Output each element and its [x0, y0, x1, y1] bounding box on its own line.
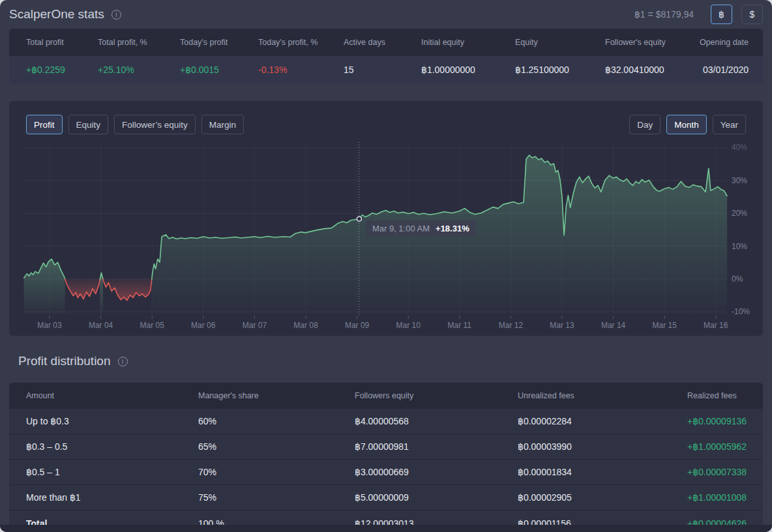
svg-text:Mar 12: Mar 12: [499, 321, 524, 330]
cell-share: 65%: [198, 441, 355, 452]
svg-text:Mar 10: Mar 10: [396, 321, 421, 330]
chart-panel: Profit Equity Follower’s equity Margin D…: [9, 101, 763, 336]
column-header: Manager's share: [198, 391, 355, 400]
column-header: Amount: [26, 391, 198, 400]
stat-label: Initial equity: [421, 38, 515, 47]
distribution-title-row: Profit distribution: [9, 347, 763, 376]
cell-share: 75%: [198, 492, 355, 503]
svg-text:Mar 06: Mar 06: [191, 321, 216, 330]
cell-amount: ฿0.3 – 0.5: [26, 441, 198, 452]
svg-text:Mar 09: Mar 09: [345, 321, 370, 330]
top-bar: ScalperOne stats ฿1 = $8179,94 ฿ $: [0, 0, 772, 29]
cell-followers: ฿3.00000669: [355, 467, 518, 477]
period-day-button[interactable]: Day: [629, 115, 661, 134]
cell-unrealized: ฿0.00002284: [518, 416, 687, 426]
stats-panel: Total profit Total profit, % Today's pro…: [9, 29, 763, 83]
period-year-button[interactable]: Year: [713, 115, 746, 134]
distribution-title-text: Profit distribution: [18, 354, 111, 368]
cell-realized: +฿1.00005962: [687, 441, 749, 452]
column-header: Unrealized fees: [518, 391, 687, 400]
cell-amount: Up to ฿0.3: [26, 416, 198, 426]
tab-profit[interactable]: Profit: [26, 115, 63, 134]
topbar-right: ฿1 = $8179,94 ฿ $: [634, 5, 763, 24]
cell-realized: +฿1.00001008: [687, 492, 749, 503]
cell-followers: ฿4.00000568: [355, 416, 518, 426]
tab-margin[interactable]: Margin: [201, 115, 244, 134]
cell-realized: +฿0.00007338: [687, 467, 749, 477]
currency-btc-button[interactable]: ฿: [711, 5, 732, 24]
stat-value-total-profit: +฿0.2259: [26, 65, 98, 75]
stat-value-total-profit-pct: +25.10%: [98, 65, 180, 75]
svg-text:Mar 11: Mar 11: [448, 321, 472, 330]
cell-unrealized: ฿0.00001834: [518, 467, 687, 477]
exchange-rate-label: ฿1 = $8179,94: [634, 9, 694, 20]
distribution-header-row: Amount Manager's share Followers equity …: [9, 383, 763, 409]
period-month-button[interactable]: Month: [666, 115, 707, 134]
cell-followers: ฿5.00000009: [355, 492, 518, 503]
stat-label: Today's profit: [180, 38, 258, 47]
stat-label: Opening date: [695, 38, 749, 47]
svg-text:40%: 40%: [732, 143, 747, 152]
stat-value-today-profit: +฿0.0015: [180, 65, 258, 75]
next-section-edge: [0, 525, 772, 532]
svg-text:Mar 03: Mar 03: [37, 321, 62, 330]
table-row: More than ฿1 75% ฿5.00000009 ฿0.00002905…: [9, 485, 763, 510]
cell-amount: ฿0.5 – 1: [26, 467, 198, 477]
distribution-table: Amount Manager's share Followers equity …: [9, 383, 763, 532]
svg-text:Mar 04: Mar 04: [89, 321, 113, 330]
stats-values-row: +฿0.2259 +25.10% +฿0.0015 -0.13% 15 ฿1.0…: [9, 56, 763, 83]
table-row: Up to ฿0.3 60% ฿4.00000568 ฿0.00002284 +…: [9, 409, 763, 434]
tab-equity[interactable]: Equity: [68, 115, 109, 134]
column-header: Realized fees: [687, 391, 749, 400]
stat-value-opening-date: 03/01/2020: [695, 65, 749, 75]
svg-text:Mar 05: Mar 05: [140, 321, 165, 330]
stat-value-followers-equity: ฿32.00410000: [605, 65, 695, 75]
page-title-text: ScalperOne stats: [9, 7, 104, 22]
stat-label: Today's profit, %: [258, 38, 344, 47]
svg-text:Mar 13: Mar 13: [550, 321, 574, 330]
svg-text:Mar 08: Mar 08: [293, 321, 318, 330]
table-row: ฿0.3 – 0.5 65% ฿7.00000981 ฿0.00003990 +…: [9, 434, 763, 460]
stat-value-initial-equity: ฿1.00000000: [421, 65, 515, 75]
cell-share: 60%: [198, 416, 355, 426]
profit-chart-svg[interactable]: 40%30%20%10%0%-10%Mar 03Mar 04Mar 05Mar …: [9, 137, 763, 332]
cell-unrealized: ฿0.00002905: [518, 492, 687, 503]
cell-share: 70%: [198, 467, 355, 477]
column-header: Followers equity: [355, 391, 518, 400]
cell-unrealized: ฿0.00003990: [518, 441, 687, 452]
stat-label: Equity: [515, 38, 605, 47]
stat-label: Active days: [344, 38, 421, 47]
svg-text:10%: 10%: [732, 242, 747, 251]
chart-toolbar: Profit Equity Follower’s equity Margin D…: [9, 101, 763, 134]
chart-metric-tabs: Profit Equity Follower’s equity Margin: [26, 115, 244, 134]
trader-stats-page: ScalperOne stats ฿1 = $8179,94 ฿ $ Total…: [0, 0, 772, 532]
cell-followers: ฿7.00000981: [355, 441, 518, 452]
stat-value-active-days: 15: [344, 65, 421, 75]
stat-label: Total profit: [26, 38, 98, 47]
table-row: ฿0.5 – 1 70% ฿3.00000669 ฿0.00001834 +฿0…: [9, 460, 763, 485]
info-icon[interactable]: [111, 10, 121, 20]
svg-text:Mar 14: Mar 14: [601, 321, 626, 330]
svg-text:30%: 30%: [732, 176, 747, 185]
tab-followers-equity[interactable]: Follower’s equity: [114, 115, 196, 134]
currency-usd-button[interactable]: $: [741, 5, 763, 24]
svg-text:0%: 0%: [732, 274, 743, 284]
distribution-title: Profit distribution: [18, 354, 128, 368]
stat-label: Total profit, %: [98, 38, 180, 47]
cell-realized: +฿0.00009136: [687, 416, 749, 426]
svg-text:Mar 15: Mar 15: [653, 321, 677, 330]
cell-amount: More than ฿1: [26, 492, 198, 503]
svg-text:-10%: -10%: [732, 307, 750, 316]
info-icon[interactable]: [118, 357, 128, 366]
stat-label: Follower's equity: [605, 38, 695, 47]
svg-text:Mar 07: Mar 07: [243, 321, 267, 330]
page-title: ScalperOne stats: [9, 7, 121, 22]
stat-value-equity: ฿1.25100000: [515, 65, 605, 75]
stat-value-today-profit-pct: -0.13%: [258, 65, 344, 75]
svg-text:Mar 16: Mar 16: [704, 321, 728, 330]
svg-text:20%: 20%: [732, 209, 747, 218]
chart-period-buttons: Day Month Year: [629, 115, 746, 134]
stats-header-row: Total profit Total profit, % Today's pro…: [9, 29, 763, 56]
chart-area[interactable]: 40%30%20%10%0%-10%Mar 03Mar 04Mar 05Mar …: [9, 137, 763, 332]
